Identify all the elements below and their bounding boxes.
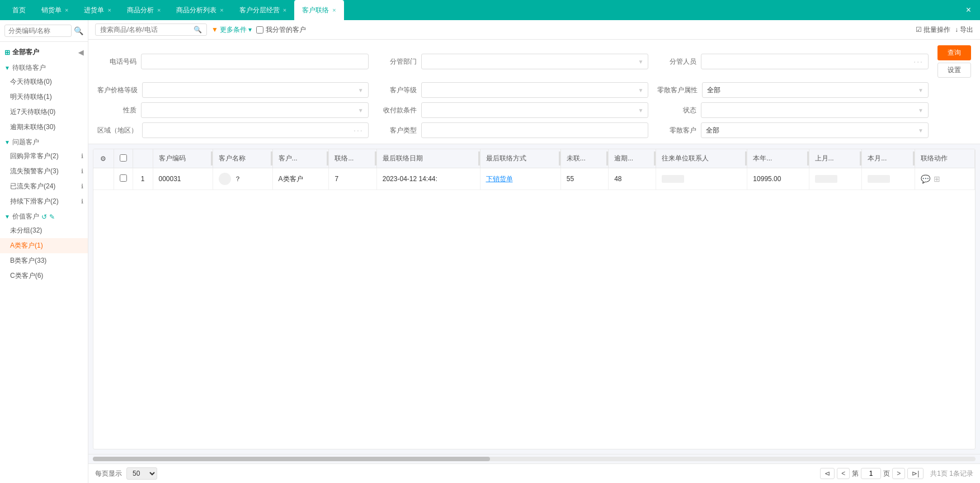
close-all-btn[interactable]: × [962, 5, 976, 15]
col-no-contact[interactable]: 未联... [560, 149, 608, 168]
more-filter-btn[interactable]: ▼ 更多条件 ▾ [211, 25, 252, 35]
col-customer-name[interactable]: 客户名称 [213, 149, 272, 168]
filter-input-person[interactable]: ··· [701, 54, 929, 69]
page-size-select[interactable]: 50 100 200 [126, 467, 157, 480]
sidebar-item-declining[interactable]: 持续下滑客户(2) ℹ [0, 194, 88, 209]
sidebar-item-class-b[interactable]: B类客户(33) [0, 253, 88, 268]
row-customer-code[interactable]: 000031 [153, 168, 213, 190]
row-select-checkbox[interactable] [120, 174, 127, 182]
sidebar-group-value[interactable]: ▼ 价值客户 ↺ ✎ [0, 209, 88, 223]
col-customer-code[interactable]: 客户编码 [153, 149, 213, 168]
sidebar-item-churned[interactable]: 已流失客户(24) ℹ [0, 179, 88, 194]
sidebar-item-class-a[interactable]: A类客户(1) [0, 238, 88, 253]
nav-customer-contact[interactable]: 客户联络 × [294, 0, 343, 20]
sidebar-search-container: 🔍 [0, 20, 88, 42]
col-this-year[interactable]: 本年... [747, 149, 809, 168]
my-customer-checkbox-container[interactable]: 我分管的客户 [256, 25, 306, 35]
sidebar-item-tomorrow-contact[interactable]: 明天待联络(1) [0, 89, 88, 105]
sidebar-item-churn-warning[interactable]: 流失预警客户(3) ℹ [0, 164, 88, 179]
close-sales-tab[interactable]: × [65, 7, 68, 13]
edit-icon[interactable]: ✎ [49, 213, 55, 221]
sidebar-item-abnormal[interactable]: 回购异常客户(2) ℹ [0, 149, 88, 164]
close-product-analysis-tab[interactable]: × [157, 7, 161, 13]
filter-input-payment[interactable]: ▼ [421, 102, 649, 118]
col-last-date[interactable]: 最后联络日期 [376, 149, 480, 168]
filter-search-input[interactable] [100, 26, 191, 34]
nav-sales[interactable]: 销货单 × [34, 0, 76, 20]
next-page-btn[interactable]: > [892, 468, 905, 479]
last-month-placeholder [815, 175, 837, 183]
filter-input-nature[interactable]: ▼ [141, 102, 369, 118]
close-product-list-tab[interactable]: × [220, 7, 223, 13]
nav-product-analysis[interactable]: 商品分析 × [119, 0, 168, 20]
nav-product-list[interactable]: 商品分析列表 × [168, 0, 231, 20]
table-row: 1 000031 ？ A类客户 [93, 168, 975, 190]
sidebar-item-class-c[interactable]: C类客户(6) [0, 268, 88, 283]
nav-purchase[interactable]: 进货单 × [76, 0, 119, 20]
sidebar-all-customers[interactable]: ⊞ 全部客户 ◀ [0, 44, 88, 60]
filter-input-region[interactable]: ··· [142, 122, 369, 138]
sidebar-collapse-btn[interactable]: ◀ [78, 49, 83, 56]
filter-search-box[interactable]: 🔍 [95, 23, 207, 36]
filter-input-status[interactable]: ▼ [701, 102, 929, 118]
sidebar-item-overdue-contact[interactable]: 逾期未联络(30) [0, 120, 88, 135]
last-page-btn[interactable]: ⊳| [907, 468, 924, 479]
row-checkbox[interactable] [114, 168, 133, 190]
col-settings[interactable]: ⚙ [93, 149, 114, 168]
refresh-icon[interactable]: ↺ [41, 213, 47, 221]
page-input[interactable] [861, 468, 881, 479]
link-icon[interactable]: ⊞ [934, 174, 940, 183]
filter-label-dept: 分管部门 [378, 57, 417, 67]
row-last-date: 2023-04-12 14:44: [376, 168, 480, 190]
col-checkbox[interactable] [114, 149, 133, 168]
col-overdue[interactable]: 逾期... [609, 149, 656, 168]
close-customer-tier-tab[interactable]: × [283, 7, 286, 13]
filter-label-retail-attr: 零散客户属性 [657, 86, 698, 95]
info-icon-declining: ℹ [81, 198, 83, 205]
sidebar-group-problem[interactable]: ▼ 问题客户 [0, 135, 88, 149]
scrollbar-thumb[interactable] [93, 457, 490, 461]
select-all-checkbox[interactable] [120, 154, 127, 162]
filter-input-retail-attr[interactable]: 全部 ▼ [702, 82, 929, 98]
col-last-month[interactable]: 上月... [809, 149, 862, 168]
filter-input-customer-grade[interactable]: ▼ [421, 82, 649, 98]
sidebar-search-input[interactable] [4, 25, 72, 37]
prev-page-btn[interactable]: < [837, 468, 850, 479]
col-company-contact[interactable]: 往来单位联系人 [656, 149, 747, 168]
close-customer-contact-tab[interactable]: × [332, 7, 336, 13]
col-this-month[interactable]: 本月... [862, 149, 915, 168]
my-customer-checkbox[interactable] [256, 26, 263, 34]
nav-customer-tier[interactable]: 客户分层经营 × [232, 0, 294, 20]
filter-input-customer-type[interactable] [421, 122, 649, 138]
filter-search-icon[interactable]: 🔍 [194, 26, 202, 34]
row-last-method[interactable]: 下销货单 [480, 168, 560, 190]
first-page-btn[interactable]: ⊲ [820, 468, 835, 479]
close-purchase-tab[interactable]: × [107, 7, 111, 13]
filter-input-price-grade[interactable]: ▼ [142, 82, 369, 98]
row-settings [93, 168, 114, 190]
row-customer-name[interactable]: ？ [213, 168, 272, 190]
comment-icon[interactable]: 💬 [921, 174, 930, 183]
sidebar-search-icon[interactable]: 🔍 [74, 26, 83, 35]
row-num: 1 [133, 168, 153, 190]
col-contact-count[interactable]: 联络... [329, 149, 376, 168]
sidebar-group-pending[interactable]: ▼ 待联络客户 [0, 60, 88, 74]
filter-toolbar: 🔍 ▼ 更多条件 ▾ 我分管的客户 ☑ 批量操作 ↓ 导出 [88, 20, 980, 40]
col-customer-type[interactable]: 客户... [272, 149, 329, 168]
settings-btn[interactable]: 设置 [937, 63, 971, 78]
main-layout: 🔍 ⊞ 全部客户 ◀ ▼ 待联络客户 今天待联络(0) 明天待联络(1) 近7天… [0, 20, 980, 483]
sidebar-item-today-contact[interactable]: 今天待联络(0) [0, 74, 88, 89]
export-btn[interactable]: ↓ 导出 [955, 25, 973, 35]
batch-op-btn[interactable]: ☑ 批量操作 [916, 25, 950, 35]
query-btn[interactable]: 查询 [937, 45, 971, 60]
sidebar-item-ungroup[interactable]: 未分组(32) [0, 223, 88, 238]
nav-home[interactable]: 首页 [4, 0, 34, 20]
filter-input-retail-customer[interactable]: 全部 ▼ [701, 122, 929, 138]
horizontal-scrollbar[interactable] [88, 454, 980, 463]
sidebar-content: ⊞ 全部客户 ◀ ▼ 待联络客户 今天待联络(0) 明天待联络(1) 近7天待联… [0, 42, 88, 483]
filter-input-dept[interactable]: ▼ [421, 54, 649, 69]
arrow-down-icon: ▼ [4, 65, 10, 71]
filter-input-phone[interactable] [141, 54, 369, 69]
col-last-method[interactable]: 最后联络方式 [480, 149, 560, 168]
sidebar-item-week-contact[interactable]: 近7天待联络(0) [0, 105, 88, 120]
